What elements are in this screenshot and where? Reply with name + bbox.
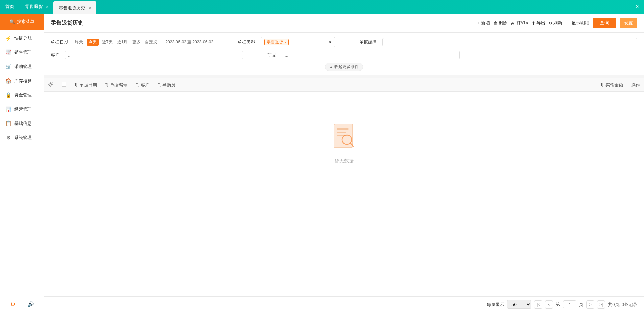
query-label: 查询 [600, 20, 609, 26]
page-unit: 页 [579, 302, 583, 308]
sidebar-search[interactable]: 🔍 搜索菜单 [0, 14, 44, 30]
inventory-icon: 🏠 [5, 78, 11, 84]
page-header: 零售退货历史 + 新增 🗑 删除 🖨 打印 ▾ ⬆ 导出 [44, 14, 644, 33]
sidebar-nav: ⚡ 快捷导航 📈 销售管理 🛒 采购管理 🏠 库存核算 🔒 资金管理 📊 [0, 30, 44, 296]
goods-input[interactable] [282, 51, 460, 59]
page-number-input[interactable] [563, 300, 576, 308]
sidebar-item-label: 系统管理 [14, 135, 32, 141]
empty-state: 暂无数据 [44, 92, 644, 191]
th-checkbox[interactable] [57, 78, 70, 92]
sidebar-item-inventory[interactable]: 🏠 库存核算 [0, 74, 44, 88]
purchase-mgmt-icon: 🛒 [5, 64, 11, 70]
date-option-7days[interactable]: 近7天 [101, 39, 114, 46]
doc-type-tag-close[interactable]: × [284, 40, 286, 44]
customer-input[interactable] [65, 51, 243, 59]
delete-button[interactable]: 🗑 删除 [493, 20, 507, 26]
doc-number-input[interactable] [382, 38, 637, 46]
sidebar-item-label: 采购管理 [14, 64, 32, 70]
refresh-button[interactable]: ↺ 刷新 [549, 20, 562, 26]
sidebar-item-label: 快捷导航 [14, 35, 32, 41]
new-label: 新增 [481, 20, 490, 26]
query-button[interactable]: 查询 [593, 18, 616, 28]
svg-rect-3 [337, 132, 346, 133]
sidebar-item-basic-info[interactable]: 📋 基础信息 [0, 116, 44, 131]
th-customer-label: ⇅ 客户 [136, 82, 149, 87]
settings-bottom-icon[interactable]: ⚙ [8, 299, 18, 309]
display-toggle-label: 显示明细 [572, 20, 589, 26]
volume-bottom-icon[interactable]: 🔊 [26, 299, 36, 309]
collapse-button[interactable]: ▲ 收起更多条件 [325, 63, 363, 71]
page-last-button[interactable]: >| [597, 300, 605, 309]
page-title: 零售退货历史 [51, 20, 83, 27]
date-options: 昨天 今天 近7天 近1月 更多 自定义 [74, 39, 159, 46]
th-doc-no-label: ⇅ 单据编号 [105, 82, 128, 87]
window-close-button[interactable]: × [630, 0, 644, 14]
svg-rect-2 [337, 128, 349, 130]
sidebar-item-operations[interactable]: 📊 经营管理 [0, 102, 44, 116]
print-button[interactable]: 🖨 打印 ▾ [511, 20, 528, 26]
date-option-more[interactable]: 更多 [131, 39, 142, 46]
filter-collapse: ▲ 收起更多条件 [51, 63, 637, 71]
filter-area: 单据日期 昨天 今天 近7天 近1月 更多 自定义 2023-06-02 至 2… [44, 33, 644, 75]
date-option-1month[interactable]: 近1月 [116, 39, 129, 46]
tab-return-history[interactable]: 零售退货历史 × [53, 1, 96, 15]
empty-text: 暂无数据 [335, 158, 354, 164]
tab-home[interactable]: 首页 [0, 0, 20, 14]
th-settings[interactable] [44, 78, 57, 92]
th-amount[interactable]: ⇅ 实销金额 [596, 78, 627, 92]
settings-button[interactable]: 设置 [620, 18, 637, 28]
date-option-custom[interactable]: 自定义 [144, 39, 159, 46]
tab-list: 首页 零售退货 × 零售退货历史 × [0, 0, 630, 14]
th-doc-date-label: ⇅ 单据日期 [74, 82, 97, 87]
delete-label: 删除 [499, 20, 507, 26]
th-customer[interactable]: ⇅ 客户 [132, 78, 153, 92]
customer-label: 客户 [51, 52, 59, 58]
sidebar-item-label: 基础信息 [14, 120, 32, 127]
settings-label: 设置 [624, 20, 633, 26]
export-button[interactable]: ⬆ 导出 [532, 20, 545, 26]
display-toggle[interactable]: 显示明细 [566, 20, 589, 26]
sys-mgmt-icon: ⚙ [5, 135, 11, 141]
sidebar-item-finance[interactable]: 🔒 资金管理 [0, 88, 44, 102]
search-icon: 🔍 [9, 19, 15, 24]
sidebar-item-sales-mgmt[interactable]: 📈 销售管理 [0, 45, 44, 60]
total-info: 共0页, 0条记录 [608, 302, 637, 308]
sidebar-item-sys-mgmt[interactable]: ⚙ 系统管理 [0, 131, 44, 145]
select-all-checkbox[interactable] [62, 82, 66, 87]
date-range: 2023-06-02 至 2023-06-02 [165, 39, 213, 45]
date-option-today[interactable]: 今天 [87, 39, 99, 46]
page-prev-button[interactable]: < [545, 300, 553, 309]
tab-return-close[interactable]: × [46, 5, 48, 9]
page-next-button[interactable]: > [586, 300, 594, 309]
sidebar-item-purchase-mgmt[interactable]: 🛒 采购管理 [0, 60, 44, 74]
doc-type-select[interactable]: 零售退货 × ▾ [261, 37, 335, 47]
print-dropdown-icon: ▾ [526, 21, 528, 26]
filter-row-2: 客户 商品 [51, 51, 637, 59]
date-option-yesterday[interactable]: 昨天 [74, 39, 85, 46]
tab-return[interactable]: 零售退货 × [20, 0, 53, 14]
page-first-button[interactable]: |< [534, 300, 542, 309]
goods-label: 商品 [267, 52, 276, 58]
page-size-select[interactable]: 10 20 50 100 [507, 300, 531, 309]
sidebar-item-label: 库存核算 [14, 78, 32, 84]
svg-point-0 [50, 84, 52, 85]
th-doc-date[interactable]: ⇅ 单据日期 [70, 78, 101, 92]
th-guide[interactable]: ⇅ 导购员 [153, 78, 180, 92]
data-table: ⇅ 单据日期 ⇅ 单据编号 ⇅ 客户 ⇅ 导购员 ⇅ [44, 78, 644, 92]
table-area: ⇅ 单据日期 ⇅ 单据编号 ⇅ 客户 ⇅ 导购员 ⇅ [44, 78, 644, 296]
sidebar-item-quick-nav[interactable]: ⚡ 快捷导航 [0, 31, 44, 45]
new-button[interactable]: + 新增 [477, 20, 490, 26]
tab-return-history-label: 零售退货历史 [59, 5, 85, 11]
pagination-area: 每页显示 10 20 50 100 |< < 第 页 > >| 共0页, 0条记… [44, 296, 644, 312]
th-doc-no[interactable]: ⇅ 单据编号 [101, 78, 132, 92]
print-icon: 🖨 [511, 21, 515, 26]
collapse-icon: ▲ [329, 65, 333, 69]
doc-type-label: 单据类型 [238, 39, 255, 45]
display-checkbox[interactable] [566, 21, 570, 25]
tab-return-history-close[interactable]: × [89, 6, 91, 10]
th-amount-label: ⇅ 实销金额 [600, 82, 623, 87]
th-spacer [180, 78, 597, 92]
new-icon: + [477, 21, 480, 26]
page-label: 第 [556, 302, 560, 308]
doc-number-label: 单据编号 [359, 39, 377, 45]
